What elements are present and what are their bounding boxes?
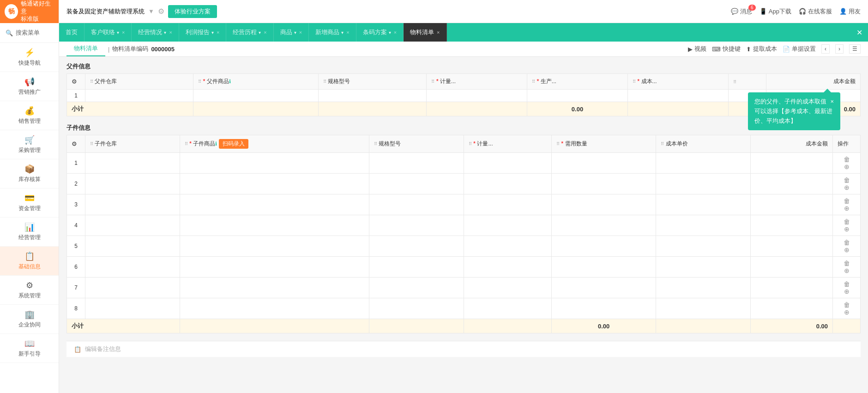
parent-goods-cell[interactable] (193, 90, 319, 102)
parent-warehouse-cell[interactable] (85, 90, 193, 102)
child-price-4[interactable] (656, 215, 751, 236)
sidebar-search[interactable]: 🔍 搜索菜单 (0, 23, 59, 43)
child-goods-1[interactable] (180, 153, 369, 174)
child-warehouse-7[interactable] (85, 278, 180, 298)
child-amount-8[interactable] (750, 298, 832, 319)
close-icon[interactable]: × (437, 30, 440, 35)
messages-button[interactable]: 💬 消息 6 (731, 7, 752, 16)
close-icon[interactable]: × (264, 30, 266, 35)
copy-icon[interactable]: ⊕ (844, 308, 850, 316)
child-price-7[interactable] (656, 278, 751, 298)
child-warehouse-2[interactable] (85, 174, 180, 194)
child-unit-5[interactable] (464, 236, 551, 257)
close-icon[interactable]: × (217, 30, 219, 35)
child-qty-6[interactable] (551, 257, 656, 278)
sidebar-item-finance[interactable]: 💳 资金管理 (0, 188, 59, 218)
single-settings-button[interactable]: 📄 单据设置 (783, 45, 816, 53)
child-amount-2[interactable] (750, 174, 832, 194)
close-icon[interactable]: × (394, 30, 397, 35)
child-warehouse-8[interactable] (85, 298, 180, 319)
child-qty-1[interactable] (551, 153, 656, 174)
child-amount-3[interactable] (750, 194, 832, 215)
child-goods-3[interactable] (180, 194, 369, 215)
child-goods-8[interactable] (180, 298, 369, 319)
child-qty-3[interactable] (551, 194, 656, 215)
support-button[interactable]: 🎧 在线客服 (799, 7, 832, 16)
child-unit-2[interactable] (464, 174, 551, 194)
sub-tab-bom-list[interactable]: 物料清单 (66, 42, 105, 56)
tab-home[interactable]: 首页 (59, 23, 84, 42)
child-spec-6[interactable] (369, 257, 464, 278)
copy-icon[interactable]: ⊕ (844, 163, 850, 170)
sidebar-item-marketing[interactable]: 📢 营销推广 (0, 72, 59, 101)
child-price-3[interactable] (656, 194, 751, 215)
child-qty-5[interactable] (551, 236, 656, 257)
child-goods-5[interactable] (180, 236, 369, 257)
close-all-icon[interactable]: ✕ (851, 28, 868, 37)
copy-icon[interactable]: ⊕ (844, 246, 850, 254)
child-price-5[interactable] (656, 236, 751, 257)
sidebar-item-quick-nav[interactable]: ⚡ 快捷导航 (0, 43, 59, 72)
tab-ops-status[interactable]: 经营情况 ▾ × (132, 23, 179, 42)
child-amount-7[interactable] (750, 278, 832, 298)
sidebar-item-enterprise[interactable]: 🏢 企业协同 (0, 305, 59, 334)
delete-icon[interactable]: 🗑 (844, 239, 850, 246)
close-icon[interactable]: × (346, 30, 349, 35)
child-qty-4[interactable] (551, 215, 656, 236)
sidebar-item-purchase[interactable]: 🛒 采购管理 (0, 130, 59, 159)
close-icon[interactable]: × (299, 30, 302, 35)
close-icon[interactable]: × (122, 30, 125, 35)
child-amount-1[interactable] (750, 153, 832, 174)
video-button[interactable]: ▶ 视频 (688, 45, 706, 53)
child-price-2[interactable] (656, 174, 751, 194)
delete-icon[interactable]: 🗑 (844, 301, 850, 308)
child-price-8[interactable] (656, 298, 751, 319)
child-spec-3[interactable] (369, 194, 464, 215)
parent-unit-cell[interactable] (427, 90, 527, 102)
th-parent-settings[interactable]: ⚙ (67, 74, 85, 90)
sidebar-item-ops[interactable]: 📊 经营管理 (0, 218, 59, 247)
next-record-button[interactable]: › (835, 44, 844, 54)
child-qty-8[interactable] (551, 298, 656, 319)
parent-spec-cell[interactable] (319, 90, 427, 102)
delete-icon[interactable]: 🗑 (844, 156, 850, 163)
child-warehouse-1[interactable] (85, 153, 180, 174)
child-spec-2[interactable] (369, 174, 464, 194)
copy-icon[interactable]: ⊕ (844, 288, 850, 295)
child-unit-3[interactable] (464, 194, 551, 215)
parent-cost-cell[interactable] (627, 90, 728, 102)
child-unit-7[interactable] (464, 278, 551, 298)
child-unit-6[interactable] (464, 257, 551, 278)
sidebar-item-system[interactable]: ⚙ 系统管理 (0, 276, 59, 305)
child-warehouse-4[interactable] (85, 215, 180, 236)
copy-icon[interactable]: ⊕ (844, 184, 850, 191)
sidebar-item-sales[interactable]: 💰 销售管理 (0, 101, 59, 130)
child-price-1[interactable] (656, 153, 751, 174)
child-qty-2[interactable] (551, 174, 656, 194)
parent-production-cell[interactable] (527, 90, 628, 102)
copy-icon[interactable]: ⊕ (844, 205, 850, 212)
delete-icon[interactable]: 🗑 (844, 176, 850, 184)
child-price-6[interactable] (656, 257, 751, 278)
child-amount-6[interactable] (750, 257, 832, 278)
child-amount-5[interactable] (750, 236, 832, 257)
tooltip-close-button[interactable]: × (830, 97, 834, 107)
tab-goods[interactable]: 商品 ▾ × (274, 23, 309, 42)
close-icon[interactable]: × (169, 30, 172, 35)
tab-customers[interactable]: 客户联络 ▾ × (84, 23, 132, 42)
tab-bom[interactable]: 物料清单 × (404, 23, 446, 42)
remark-hint[interactable]: 编辑备注信息 (85, 345, 121, 353)
child-spec-8[interactable] (369, 298, 464, 319)
settings-icon[interactable]: ⚙ (158, 7, 164, 16)
copy-icon[interactable]: ⊕ (844, 267, 850, 274)
delete-icon[interactable]: 🗑 (844, 260, 850, 267)
child-unit-4[interactable] (464, 215, 551, 236)
child-warehouse-5[interactable] (85, 236, 180, 257)
th-child-settings[interactable]: ⚙ (67, 135, 85, 153)
delete-icon[interactable]: 🗑 (844, 218, 850, 225)
sidebar-item-guide[interactable]: 📖 新手引导 (0, 334, 59, 363)
delete-icon[interactable]: 🗑 (844, 197, 850, 205)
child-goods-2[interactable] (180, 174, 369, 194)
child-goods-4[interactable] (180, 215, 369, 236)
child-goods-7[interactable] (180, 278, 369, 298)
